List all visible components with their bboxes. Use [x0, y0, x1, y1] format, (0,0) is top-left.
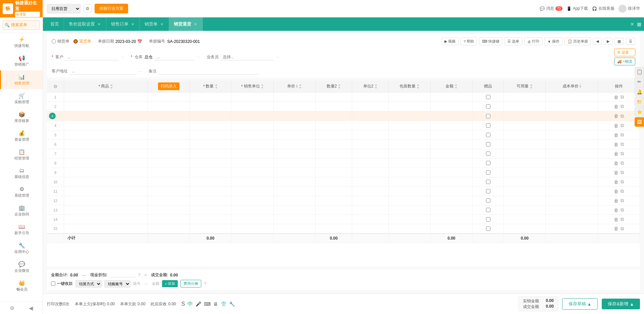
- shortcut-btn[interactable]: ⌨ 快捷键: [479, 38, 502, 45]
- product-input-active[interactable]: [66, 114, 146, 119]
- sidebar-item-quick-nav[interactable]: ⚡ 快捷导航: [0, 33, 43, 52]
- right-side-btn-1[interactable]: 📋: [635, 67, 644, 76]
- app-download-button[interactable]: 📱 App下载: [567, 6, 588, 11]
- col-product-sort[interactable]: ▲▼: [110, 83, 113, 89]
- copy-row-btn[interactable]: ⧉: [621, 198, 624, 203]
- address-more-icon[interactable]: ···: [139, 69, 142, 73]
- tab-menu-button[interactable]: ▦: [637, 21, 641, 27]
- gift-checkbox[interactable]: [486, 189, 490, 193]
- copy-row-btn[interactable]: ⧉: [621, 104, 624, 109]
- sidebar-collapse-button[interactable]: ◀: [29, 305, 33, 311]
- delete-row-btn[interactable]: 🗑: [614, 188, 619, 194]
- online-service-button[interactable]: 🎧 在线客服: [592, 6, 614, 11]
- delete-row-btn[interactable]: 🗑: [614, 132, 619, 138]
- add-btn[interactable]: + 添加: [162, 280, 178, 287]
- tab-sales-order[interactable]: 销售订单 ✕: [106, 17, 140, 31]
- copy-row-btn[interactable]: ⧉: [621, 94, 624, 100]
- warehouse-input[interactable]: [155, 54, 195, 60]
- prev-record-btn[interactable]: ◀: [593, 38, 602, 45]
- delete-row-btn[interactable]: 🗑: [614, 123, 619, 128]
- remark-input[interactable]: [159, 68, 259, 74]
- tab-home[interactable]: 首页: [46, 17, 64, 31]
- select-btn[interactable]: ☰ 选单: [504, 38, 522, 45]
- user-profile[interactable]: 徐泽华: [619, 5, 640, 13]
- gift-checkbox[interactable]: [486, 104, 490, 109]
- gift-checkbox[interactable]: [486, 198, 490, 203]
- next-record-btn[interactable]: ▶: [604, 38, 612, 45]
- settlement-select[interactable]: 结算方式: [75, 280, 102, 288]
- sidebar-item-marketing[interactable]: 📢 营销推广: [0, 52, 43, 70]
- tab-sales-close[interactable]: ✕: [160, 22, 164, 26]
- delete-row-btn[interactable]: 🗑: [614, 226, 619, 232]
- col-qty2-sort[interactable]: ▲▼: [338, 83, 341, 89]
- price-info-icon[interactable]: ℹ: [296, 84, 298, 88]
- delete-row-btn[interactable]: 🗑: [614, 151, 619, 156]
- delete-row-btn[interactable]: 🗑: [614, 179, 619, 185]
- delete-row-btn[interactable]: 🗑: [614, 94, 619, 100]
- right-side-btn-6[interactable]: 🖼: [635, 117, 644, 127]
- right-side-btn-5[interactable]: ⭐: [635, 107, 644, 117]
- one-click-payment[interactable]: 一键收款: [51, 281, 73, 287]
- col-amount-sort[interactable]: ▲▼: [454, 83, 458, 89]
- print-btn[interactable]: 🖨 打印: [524, 38, 542, 45]
- delete-row-btn[interactable]: 🗑: [614, 170, 619, 175]
- copy-row-btn[interactable]: ⧉: [621, 113, 624, 119]
- delete-row-btn[interactable]: 🗑: [614, 216, 619, 222]
- gift-checkbox[interactable]: [486, 161, 490, 165]
- add-row-button[interactable]: +: [49, 113, 56, 119]
- one-click-checkbox[interactable]: [51, 281, 55, 286]
- fee-help-icon[interactable]: ?: [204, 281, 206, 286]
- message-button[interactable]: 💬 消息 70: [540, 6, 562, 11]
- gift-checkbox[interactable]: [486, 180, 490, 184]
- gift-checkbox[interactable]: [486, 151, 490, 156]
- calendar-icon[interactable]: 📅: [137, 39, 142, 44]
- delete-row-btn[interactable]: 🗑: [614, 113, 619, 119]
- tab-price-setting[interactable]: 售价提取设置 ✕: [64, 17, 106, 31]
- gift-checkbox[interactable]: [486, 95, 490, 99]
- fee-split-btn[interactable]: 费用分摊: [180, 280, 201, 288]
- delete-row-btn[interactable]: 🗑: [614, 141, 619, 147]
- right-side-btn-4[interactable]: 📁: [635, 97, 644, 107]
- list-view-btn[interactable]: ☰: [626, 38, 635, 45]
- gift-checkbox[interactable]: [486, 170, 490, 175]
- copy-row-btn[interactable]: ⧉: [621, 123, 624, 128]
- col-price-sort[interactable]: ▲▼: [299, 83, 302, 89]
- tab-price-setting-close[interactable]: ✕: [97, 22, 101, 26]
- col-qty-sort[interactable]: ▲▼: [215, 83, 218, 89]
- sale-radio[interactable]: 销货单: [52, 39, 69, 44]
- address-input[interactable]: [70, 68, 137, 74]
- col-sales-unit-sort[interactable]: ▲▼: [261, 83, 264, 89]
- tab-sales[interactable]: 销货单 ✕: [140, 17, 169, 31]
- bank-select[interactable]: 结账账号: [104, 280, 130, 288]
- salesperson-more-icon[interactable]: ···: [276, 55, 279, 59]
- delete-row-btn[interactable]: 🗑: [614, 207, 619, 213]
- col-available-sort[interactable]: ▲▼: [530, 83, 533, 89]
- product-cell[interactable]: [64, 92, 148, 102]
- col-unit2-sort[interactable]: ▲▼: [374, 83, 377, 89]
- experience-button[interactable]: 体验行业方案: [95, 4, 128, 13]
- col-pack-sort[interactable]: ▲▼: [417, 83, 420, 89]
- settings-action-btn[interactable]: ⚙ 设置: [614, 49, 635, 56]
- tab-sales-return-close[interactable]: ✕: [193, 22, 198, 26]
- video-btn[interactable]: ▶ 视频: [441, 38, 459, 45]
- copy-row-btn[interactable]: ⧉: [621, 141, 624, 147]
- delete-row-btn[interactable]: 🗑: [614, 160, 619, 166]
- sidebar-item-system[interactable]: ⚙ 系统管理: [0, 183, 43, 201]
- sidebar-item-weixin[interactable]: 💬 企业微信: [0, 258, 43, 276]
- scan-button[interactable]: 扫码录入: [158, 82, 179, 90]
- right-side-btn-3[interactable]: 🔔: [635, 87, 644, 97]
- right-side-btn-2[interactable]: ✏: [635, 77, 644, 86]
- sidebar-item-sales[interactable]: 📊 销售管理: [0, 70, 43, 89]
- sidebar-item-apps[interactable]: 🔧 应用中心: [0, 239, 43, 258]
- delete-row-btn[interactable]: 🗑: [614, 198, 619, 203]
- search-menu-button[interactable]: 🔍 搜索菜单: [3, 20, 40, 30]
- operation-btn[interactable]: ▼ 操作: [544, 38, 562, 45]
- history-btn[interactable]: 📋 历史单据: [565, 38, 591, 45]
- gift-checkbox[interactable]: [486, 217, 490, 222]
- help-btn[interactable]: ? 帮助: [461, 38, 477, 45]
- copy-row-btn[interactable]: ⧉: [621, 188, 624, 194]
- sidebar-item-guide[interactable]: 📖 新手引导: [0, 220, 43, 239]
- copy-row-btn[interactable]: ⧉: [621, 179, 624, 185]
- gift-checkbox[interactable]: [486, 114, 490, 118]
- tab-sales-order-close[interactable]: ✕: [130, 22, 135, 26]
